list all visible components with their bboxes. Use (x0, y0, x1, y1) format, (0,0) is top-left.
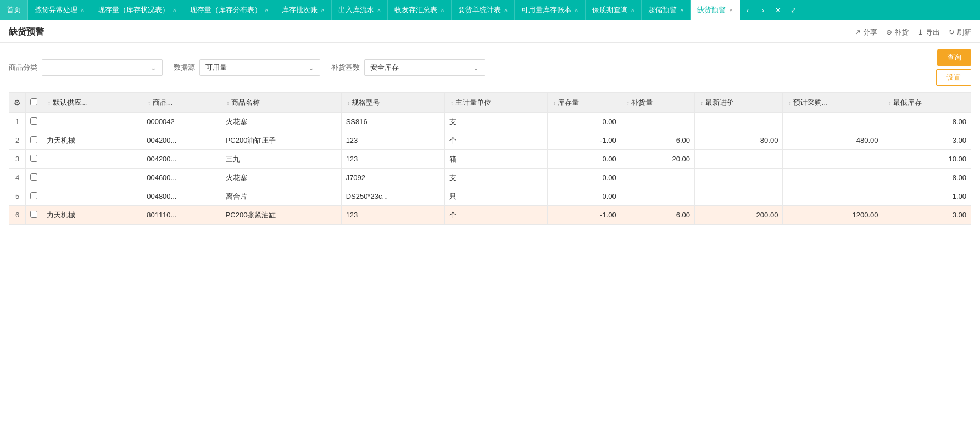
tab-close-btn[interactable]: ✕ (771, 0, 786, 20)
header-replenish-qty[interactable]: ↕ 补货量 (621, 93, 694, 113)
header-unit-label: 主计量单位 (455, 98, 491, 107)
category-select-arrow: ⌄ (151, 64, 157, 72)
query-button[interactable]: 查询 (937, 49, 971, 66)
row-select-1[interactable] (30, 117, 37, 125)
sort-icon-unit: ↕ (450, 100, 453, 106)
gear-icon[interactable]: ⚙ (14, 98, 21, 107)
tab-stock-dist-close[interactable]: × (265, 7, 268, 13)
datasource-select-arrow: ⌄ (308, 64, 314, 72)
tab-expand-btn[interactable]: ⤢ (786, 0, 801, 20)
header-est-purchase-label: 预计采购... (793, 98, 828, 107)
header-unit[interactable]: ↕ 主计量单位 (445, 93, 548, 113)
row-min-stock-6: 3.00 (883, 206, 971, 225)
datasource-select[interactable]: 可用量 ⌄ (199, 59, 320, 76)
header-checkbox[interactable] (26, 93, 42, 113)
row-est-purchase-6: 1200.00 (783, 206, 883, 225)
tab-next-btn[interactable]: › (755, 0, 771, 20)
table-row: 5 004800... 离合片 DS250*23c... 只 0.00 1.00 (9, 187, 971, 206)
tab-stock-dist[interactable]: 现存量（库存分布表） × (183, 0, 275, 20)
tab-batch-account-label: 库存批次账 (282, 5, 318, 15)
header-min-stock[interactable]: ↕ 最低库存 (883, 93, 971, 113)
row-unit-1: 支 (445, 113, 548, 131)
replenish-base-select[interactable]: 安全库存 ⌄ (364, 59, 485, 76)
row-checkbox-6[interactable] (26, 206, 42, 225)
table-row: 3 004200... 三九 123 箱 0.00 20.00 10.00 (9, 150, 971, 169)
filter-right-buttons: 查询 设置 (936, 49, 971, 86)
tab-home-label: 首页 (7, 5, 21, 15)
tab-stock-status-label: 现存量（库存状况表） (98, 5, 169, 15)
header-spec[interactable]: ↕ 规格型号 (341, 93, 445, 113)
header-latest-price[interactable]: ↕ 最新进价 (695, 93, 783, 113)
tab-shortage-close[interactable]: × (729, 7, 732, 13)
replenish-btn[interactable]: ⊕ 补货 (886, 27, 909, 37)
row-product-code-3: 004200... (142, 150, 221, 169)
setting-button[interactable]: 设置 (936, 69, 971, 86)
header-gear[interactable]: ⚙ (9, 93, 26, 113)
row-select-3[interactable] (30, 155, 37, 162)
row-select-2[interactable] (30, 136, 37, 143)
row-checkbox-2[interactable] (26, 131, 42, 150)
tab-stock-status[interactable]: 现存量（库存状况表） × (91, 0, 183, 20)
tab-shortage[interactable]: 缺货预警 × (691, 0, 739, 20)
tab-shortage-label: 缺货预警 (697, 5, 726, 15)
tab-recv-summary-label: 收发存汇总表 (394, 5, 437, 15)
row-unit-6: 个 (445, 206, 548, 225)
tab-avail-ledger-close[interactable]: × (575, 7, 578, 13)
row-stock-qty-5: 0.00 (547, 187, 621, 206)
sort-icon-stock-qty: ↕ (553, 100, 556, 106)
export-label: 导出 (926, 27, 940, 37)
row-product-code-1: 0000042 (142, 113, 221, 131)
row-select-5[interactable] (30, 192, 37, 199)
row-spec-2: 123 (341, 131, 445, 150)
export-btn[interactable]: ⤓ 导出 (917, 27, 940, 37)
header-product-name[interactable]: ↕ 商品名称 (221, 93, 341, 113)
select-all-checkbox[interactable] (30, 98, 37, 105)
main-content: 缺货预警 ↗ 分享 ⊕ 补货 ⤓ 导出 ↻ 刷新 商品分类 (0, 20, 980, 437)
row-stock-qty-2: -1.00 (547, 131, 621, 150)
refresh-label: 刷新 (957, 27, 971, 37)
category-select[interactable]: ⌄ (42, 59, 163, 76)
tab-batch-account-close[interactable]: × (321, 7, 324, 13)
row-select-6[interactable] (30, 211, 37, 218)
sort-icon-latest-price: ↕ (700, 100, 703, 106)
tab-expiry-query[interactable]: 保质期查询 × (586, 0, 642, 20)
table-row: 4 004600... 火花塞 J7092 支 0.00 8.00 (9, 169, 971, 187)
row-spec-5: DS250*23c... (341, 187, 445, 206)
tab-demand-stat-close[interactable]: × (504, 7, 508, 13)
row-checkbox-3[interactable] (26, 150, 42, 169)
row-spec-1: SS816 (341, 113, 445, 131)
header-default-supplier[interactable]: ↕ 默认供应... (42, 93, 142, 113)
header-est-purchase[interactable]: ↕ 预计采购... (783, 93, 883, 113)
header-stock-qty[interactable]: ↕ 库存量 (547, 93, 621, 113)
tab-prev-btn[interactable]: ‹ (740, 0, 755, 20)
row-supplier-6: 力天机械 (42, 206, 142, 225)
row-checkbox-1[interactable] (26, 113, 42, 131)
row-product-code-2: 004200... (142, 131, 221, 150)
tab-expiry-query-close[interactable]: × (631, 7, 634, 13)
row-latest-price-6: 200.00 (695, 206, 783, 225)
tab-recv-summary[interactable]: 收发存汇总表 × (388, 0, 451, 20)
row-checkbox-5[interactable] (26, 187, 42, 206)
row-checkbox-4[interactable] (26, 169, 42, 187)
tab-batch-account[interactable]: 库存批次账 × (275, 0, 331, 20)
tab-recv-summary-close[interactable]: × (441, 7, 444, 13)
tab-inout-flow[interactable]: 出入库流水 × (332, 0, 388, 20)
tab-overstock[interactable]: 超储预警 × (642, 0, 691, 20)
share-btn[interactable]: ↗ 分享 (855, 27, 877, 37)
tab-demand-stat[interactable]: 要货单统计表 × (452, 0, 515, 20)
tab-exception-close[interactable]: × (81, 7, 84, 13)
replenish-base-select-arrow: ⌄ (473, 64, 479, 72)
table-header-row: ⚙ ↕ 默认供应... ↕ 商品... (9, 93, 971, 113)
tab-overstock-close[interactable]: × (680, 7, 683, 13)
tab-stock-dist-label: 现存量（库存分布表） (190, 5, 261, 15)
header-product-code[interactable]: ↕ 商品... (142, 93, 221, 113)
row-select-4[interactable] (30, 173, 37, 181)
row-supplier-3 (42, 150, 142, 169)
tab-exception[interactable]: 拣货异常处理 × (28, 0, 91, 20)
tab-avail-ledger[interactable]: 可用量库存账本 × (515, 0, 585, 20)
tab-inout-flow-close[interactable]: × (377, 7, 381, 13)
tab-stock-status-close[interactable]: × (172, 7, 176, 13)
tab-home[interactable]: 首页 (0, 0, 28, 20)
table-container: ⚙ ↕ 默认供应... ↕ 商品... (0, 92, 980, 225)
refresh-btn[interactable]: ↻ 刷新 (949, 27, 971, 37)
